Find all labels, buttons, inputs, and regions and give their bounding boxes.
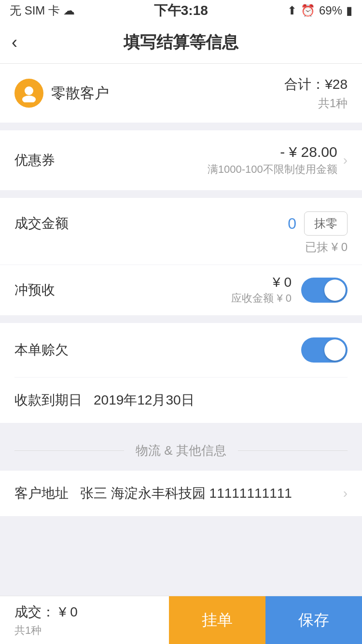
bottom-count: 共1种 [14, 623, 154, 638]
spacer [0, 524, 362, 582]
battery-text: 69% [319, 4, 342, 17]
sheqian-toggle-knob [324, 339, 346, 361]
coupon-row[interactable]: 优惠券 - ¥ 28.00 满1000-100不限制使用金额 › [0, 130, 362, 190]
address-value: 张三 海淀永丰科技园 11111111111 [80, 484, 343, 503]
coupon-right: - ¥ 28.00 满1000-100不限制使用金额 › [208, 144, 348, 177]
sheqian-toggle[interactable] [301, 337, 348, 363]
hang-button[interactable]: 挂单 [169, 596, 265, 644]
customer-section: 零散客户 合计：¥28 共1种 [0, 64, 362, 123]
sheqian-label: 本单赊欠 [14, 341, 69, 359]
status-right: ⬆ ⏰ 69% ▮ [287, 4, 352, 17]
date-label: 收款到期日 [14, 391, 82, 409]
bottom-info: 成交： ¥ 0 共1种 [0, 596, 169, 644]
back-button[interactable]: ‹ [12, 32, 17, 53]
total-amount: 合计：¥28 [284, 75, 348, 94]
coupon-amount: - ¥ 28.00 [208, 144, 337, 160]
deal-section: 成交金额 0 抹零 已抹 ¥ 0 冲预收 ¥ 0 应收金额 ¥ 0 [0, 198, 362, 315]
location-icon: ⬆ [287, 4, 297, 17]
svg-point-1 [22, 96, 36, 102]
chong-sub: 应收金额 ¥ 0 [231, 291, 292, 306]
bottom-deal: 成交： ¥ 0 [14, 603, 154, 621]
chong-row: 冲预收 ¥ 0 应收金额 ¥ 0 [0, 265, 362, 315]
bottom-deal-label: 成交： [14, 604, 55, 619]
date-row: 收款到期日 2019年12月30日 [0, 378, 362, 423]
customer-name: 零散客户 [51, 84, 109, 103]
coupon-section[interactable]: 优惠券 - ¥ 28.00 满1000-100不限制使用金额 › [0, 130, 362, 190]
deal-sub: 已抹 ¥ 0 [0, 239, 362, 265]
bottom-bar: 成交： ¥ 0 共1种 挂单 保存 [0, 596, 362, 644]
customer-row: 零散客户 合计：¥28 共1种 [0, 64, 362, 123]
address-row[interactable]: 客户地址 张三 海淀永丰科技园 11111111111 › [0, 471, 362, 516]
customer-left: 零散客户 [14, 79, 109, 108]
signal-text: 无 SIM 卡 ☁ [10, 3, 75, 18]
status-left: 无 SIM 卡 ☁ [10, 3, 75, 18]
date-value: 2019年12月30日 [94, 391, 195, 409]
chong-right: ¥ 0 应收金额 ¥ 0 [231, 275, 348, 306]
chong-toggle[interactable] [301, 278, 348, 303]
logistics-header: 物流 & 其他信息 [0, 431, 362, 471]
svg-point-0 [25, 86, 33, 95]
coupon-sub: 满1000-100不限制使用金额 [208, 162, 337, 177]
chevron-right-icon: › [343, 153, 348, 168]
deal-row: 成交金额 0 抹零 [0, 198, 362, 239]
deal-label: 成交金额 [14, 214, 69, 233]
coupon-label: 优惠券 [14, 151, 55, 169]
save-button[interactable]: 保存 [265, 596, 362, 644]
nav-bar: ‹ 填写结算等信息 [0, 21, 362, 64]
deal-input-block: 0 抹零 [288, 211, 348, 236]
round-button[interactable]: 抹零 [304, 211, 348, 236]
address-chevron-icon: › [343, 486, 348, 501]
page-title: 填写结算等信息 [124, 31, 238, 54]
logistics-line-left [14, 450, 124, 451]
sheqian-row: 本单赊欠 [0, 323, 362, 377]
bottom-deal-value: ¥ 0 [59, 604, 78, 619]
customer-right: 合计：¥28 共1种 [284, 75, 348, 111]
chong-value-block: ¥ 0 应收金额 ¥ 0 [231, 275, 292, 306]
address-label: 客户地址 [14, 484, 69, 503]
total-count: 共1种 [284, 96, 348, 111]
avatar [14, 79, 43, 108]
toggle-knob [324, 280, 346, 301]
chong-label: 冲预收 [14, 281, 55, 299]
battery-icon: ▮ [346, 4, 352, 17]
deal-value[interactable]: 0 [288, 215, 296, 233]
logistics-text: 物流 & 其他信息 [124, 442, 238, 459]
alarm-icon: ⏰ [301, 4, 315, 17]
address-section[interactable]: 客户地址 张三 海淀永丰科技园 11111111111 › [0, 471, 362, 516]
status-bar: 无 SIM 卡 ☁ 下午3:18 ⬆ ⏰ 69% ▮ [0, 0, 362, 21]
status-time: 下午3:18 [154, 1, 208, 20]
coupon-value-block: - ¥ 28.00 满1000-100不限制使用金额 [208, 144, 337, 177]
logistics-line-right [238, 450, 348, 451]
sheqian-section: 本单赊欠 收款到期日 2019年12月30日 [0, 323, 362, 423]
chong-amount: ¥ 0 [231, 275, 292, 290]
